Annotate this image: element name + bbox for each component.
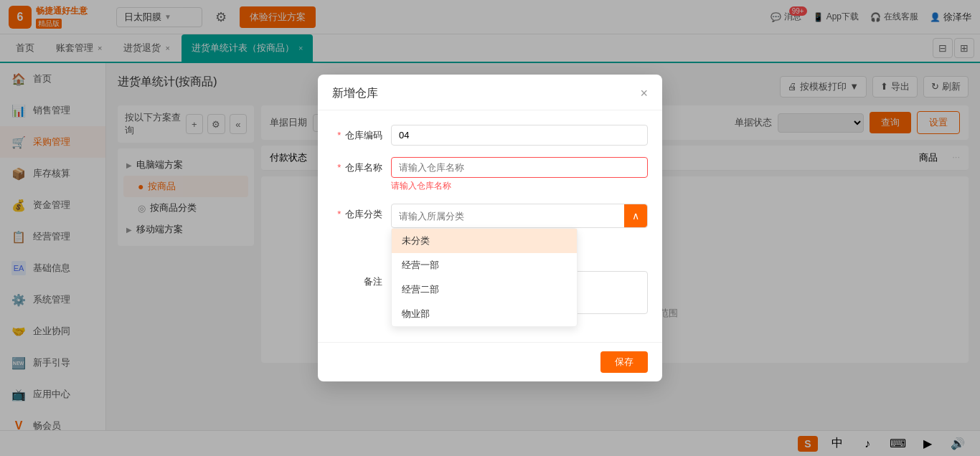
code-field bbox=[391, 125, 648, 146]
code-label: * 仓库编码 bbox=[332, 125, 382, 142]
dropdown-item-dept1[interactable]: 经营一部 bbox=[392, 253, 577, 277]
dialog-close-button[interactable]: × bbox=[640, 86, 648, 101]
classify-row: * 仓库分类 ∧ 未分类 经营一部 bbox=[332, 204, 648, 228]
name-input[interactable] bbox=[391, 157, 648, 178]
add-warehouse-dialog: 新增仓库 × * 仓库编码 * 仓库名称 bbox=[318, 75, 662, 381]
name-label-text: 仓库名称 bbox=[345, 162, 382, 173]
name-label: * 仓库名称 bbox=[332, 157, 382, 174]
name-row: * 仓库名称 请输入仓库名称 bbox=[332, 157, 648, 192]
modal-overlay: 新增仓库 × * 仓库编码 * 仓库名称 bbox=[0, 0, 980, 456]
required-star: * bbox=[337, 130, 341, 141]
classify-dropdown: 未分类 经营一部 经营二部 物业部 bbox=[391, 228, 578, 327]
name-field: 请输入仓库名称 bbox=[391, 157, 648, 192]
classify-label: * 仓库分类 bbox=[332, 204, 382, 221]
dialog-footer: 保存 bbox=[318, 342, 662, 381]
classify-input-wrap: ∧ bbox=[391, 204, 648, 228]
dropdown-label-dept1: 经营一部 bbox=[402, 260, 439, 270]
dropdown-label-dept2: 经营二部 bbox=[402, 284, 439, 295]
code-label-text: 仓库编码 bbox=[345, 130, 382, 141]
classify-toggle-button[interactable]: ∧ bbox=[624, 204, 647, 227]
code-input[interactable] bbox=[391, 125, 648, 146]
classify-field: ∧ 未分类 经营一部 经营二部 物业部 bbox=[391, 204, 648, 228]
dropdown-label-unclassified: 未分类 bbox=[402, 235, 430, 246]
dropdown-label-dept3: 物业部 bbox=[402, 308, 430, 319]
name-error-msg: 请输入仓库名称 bbox=[391, 180, 648, 192]
classify-input[interactable] bbox=[392, 206, 624, 226]
save-button[interactable]: 保存 bbox=[600, 351, 648, 373]
required-star-name: * bbox=[337, 162, 341, 173]
dialog-body: * 仓库编码 * 仓库名称 请输入仓库名称 bbox=[318, 110, 662, 342]
classify-label-text: 仓库分类 bbox=[345, 209, 382, 219]
dialog-title: 新增仓库 bbox=[332, 86, 378, 101]
dropdown-item-dept2[interactable]: 经营二部 bbox=[392, 277, 577, 302]
dialog-header: 新增仓库 × bbox=[318, 75, 662, 110]
dropdown-item-dept3[interactable]: 物业部 bbox=[392, 302, 577, 326]
dropdown-item-unclassified[interactable]: 未分类 bbox=[392, 229, 577, 253]
required-star-classify: * bbox=[337, 209, 341, 219]
code-row: * 仓库编码 bbox=[332, 125, 648, 146]
remark-label: 备注 bbox=[332, 271, 382, 288]
